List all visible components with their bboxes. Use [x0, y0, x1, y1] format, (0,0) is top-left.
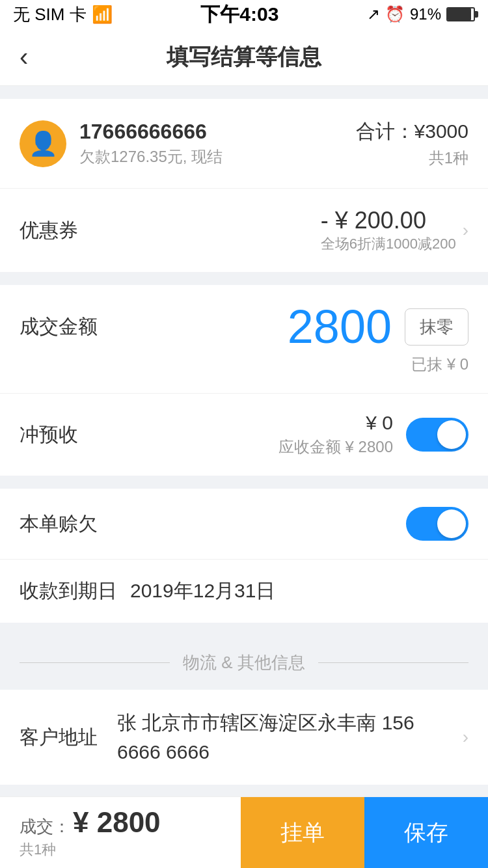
bottom-deal-label: 成交：: [20, 815, 70, 838]
advance-right: ¥ 0 应收金额 ¥ 2800: [278, 412, 468, 457]
page-title: 填写结算等信息: [167, 42, 321, 72]
bottom-deal-amount: ¥ 2800: [73, 806, 161, 839]
address-label: 客户地址: [20, 724, 98, 751]
deal-row: 成交金额 2800 抹零: [20, 303, 468, 350]
bottom-bar: 成交： ¥ 2800 共1种 挂单 保存: [0, 796, 488, 868]
battery-text: 91%: [410, 5, 441, 23]
chevron-right-icon: ›: [463, 220, 468, 241]
deal-amount-section: 成交金额 2800 抹零 已抹 ¥ 0: [0, 285, 488, 393]
pending-button[interactable]: 挂单: [241, 797, 364, 868]
avatar-icon: 👤: [29, 130, 58, 157]
address-chevron-icon: ›: [463, 727, 468, 748]
advance-section: 冲预收 ¥ 0 应收金额 ¥ 2800: [0, 393, 488, 476]
coupon-amount: - ¥ 200.00: [321, 207, 456, 234]
due-date-value: 2019年12月31日: [130, 578, 275, 604]
advance-sub: 应收金额 ¥ 2800: [278, 437, 393, 457]
status-time: 下午4:03: [200, 1, 278, 28]
user-left: 👤 17666666666 欠款1276.35元, 现结: [20, 120, 223, 167]
user-info-row: 👤 17666666666 欠款1276.35元, 现结 合计：¥3000 共1…: [0, 99, 488, 188]
credit-toggle-thumb: [437, 509, 466, 538]
address-section[interactable]: 客户地址 张 北京市市辖区海淀区永丰南 156 6666 6666 ›: [0, 690, 488, 785]
status-bar: 无 SIM 卡 📶 下午4:03 ↗ ⏰ 91%: [0, 0, 488, 29]
credit-section: 本单赊欠: [0, 489, 488, 559]
round-btn[interactable]: 抹零: [405, 308, 468, 346]
divider-left: [20, 662, 170, 663]
status-left: 无 SIM 卡 📶: [13, 3, 113, 26]
advance-toggle[interactable]: [406, 418, 468, 452]
nav-bar: ‹ 填写结算等信息: [0, 29, 488, 86]
due-date-section: 收款到期日 2019年12月31日: [0, 559, 488, 623]
coupon-label: 优惠券: [20, 217, 78, 244]
advance-amount: ¥ 0: [278, 412, 393, 434]
deal-sub-text: 已抹 ¥ 0: [20, 354, 468, 375]
credit-toggle[interactable]: [406, 507, 468, 541]
bottom-deal-row: 成交： ¥ 2800: [20, 806, 221, 839]
logistics-label: 物流 & 其他信息: [183, 651, 305, 674]
alarm-icon: ⏰: [385, 5, 405, 23]
total-amount: 合计：¥3000: [356, 118, 468, 145]
address-card: 客户地址 张 北京市市辖区海淀区永丰南 156 6666 6666 ›: [0, 690, 488, 785]
bottom-actions: 挂单 保存: [241, 797, 488, 868]
deal-label: 成交金额: [20, 314, 98, 340]
back-button[interactable]: ‹: [20, 42, 59, 72]
save-button[interactable]: 保存: [364, 797, 488, 868]
total-count: 共1种: [356, 148, 468, 169]
deal-amount-value: 2800: [288, 303, 392, 350]
logistics-divider: 物流 & 其他信息: [0, 636, 488, 690]
user-info-card: 👤 17666666666 欠款1276.35元, 现结 合计：¥3000 共1…: [0, 99, 488, 272]
address-text: 张 北京市市辖区海淀区永丰南 156 6666 6666: [117, 708, 463, 766]
user-detail: 17666666666 欠款1276.35元, 现结: [79, 120, 223, 167]
user-phone: 17666666666: [79, 120, 223, 144]
coupon-row[interactable]: 优惠券 - ¥ 200.00 全场6折满1000减200 ›: [0, 188, 488, 272]
wifi-icon: 📶: [92, 5, 113, 25]
bottom-summary: 成交： ¥ 2800 共1种: [0, 806, 241, 860]
toggle-thumb: [437, 420, 466, 449]
battery-icon: [446, 7, 475, 21]
signal-text: 无 SIM 卡: [13, 3, 87, 26]
due-label: 收款到期日: [20, 578, 117, 604]
bottom-count: 共1种: [20, 840, 221, 860]
due-date-row: 收款到期日 2019年12月31日: [20, 578, 468, 604]
credit-label: 本单赊欠: [20, 511, 98, 537]
coupon-info: - ¥ 200.00 全场6折满1000减200: [321, 207, 456, 254]
status-right: ↗ ⏰ 91%: [367, 5, 475, 23]
deal-right: 2800 抹零: [288, 303, 468, 350]
advance-amount-block: ¥ 0 应收金额 ¥ 2800: [278, 412, 393, 457]
advance-row: 冲预收 ¥ 0 应收金额 ¥ 2800: [20, 412, 468, 457]
deal-card: 成交金额 2800 抹零 已抹 ¥ 0 冲预收 ¥ 0 应收金额 ¥ 2800: [0, 285, 488, 476]
divider-right: [318, 662, 468, 663]
coupon-right: - ¥ 200.00 全场6折满1000减200 ›: [321, 207, 468, 254]
avatar: 👤: [20, 120, 66, 167]
credit-card: 本单赊欠 收款到期日 2019年12月31日: [0, 489, 488, 623]
advance-label: 冲预收: [20, 422, 78, 448]
user-right: 合计：¥3000 共1种: [356, 118, 468, 169]
user-sub-text: 欠款1276.35元, 现结: [79, 146, 223, 167]
location-icon: ↗: [367, 5, 380, 23]
coupon-sub: 全场6折满1000减200: [321, 234, 456, 254]
